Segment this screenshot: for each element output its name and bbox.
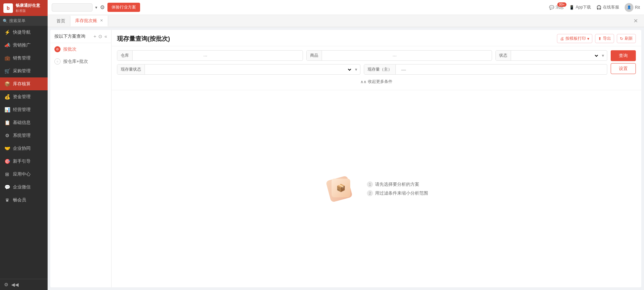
sidebar-item-label: 企业协同 xyxy=(13,145,31,151)
collapse-label: 收起更多条件 xyxy=(368,79,392,85)
refresh-icon: ↻ xyxy=(620,36,623,41)
tab-inventory-batch-label: 库存批次账 xyxy=(75,18,97,24)
collapse-panel-icon[interactable]: « xyxy=(104,34,107,39)
messages-action[interactable]: 💬 消息 99+ xyxy=(549,4,564,10)
topbar: ▾ ⚙ 体验行业方案 💬 消息 99+ 📱 App下载 🎧 在线客服 👤 Rit xyxy=(48,0,644,15)
topbar-search-input[interactable] xyxy=(52,3,92,12)
step2-circle: 2 xyxy=(367,190,373,196)
search-label: 搜索菜单 xyxy=(9,18,26,24)
user-name: Rit xyxy=(635,5,640,10)
sidebar-item-operations[interactable]: 📊 经营管理 xyxy=(0,103,48,116)
app-download-label: App下载 xyxy=(576,4,591,10)
template-print-button[interactable]: 🖨 按模板打印 ▾ xyxy=(557,34,592,43)
sidebar-nav: ⚡ 快捷导航 📣 营销推广 💼 销售管理 🛒 采购管理 📦 库存核算 💰 资金管… xyxy=(0,26,48,279)
product-label: 商品 xyxy=(307,51,322,60)
sidebar-item-quick-nav[interactable]: ⚡ 快捷导航 xyxy=(0,26,48,39)
sidebar-item-label: 采购管理 xyxy=(13,68,31,74)
tab-home[interactable]: 首页 xyxy=(52,16,70,26)
collapse-bottom-icon[interactable]: ◀◀ xyxy=(11,282,19,287)
scheme-item-batch[interactable]: ⊙ 按批次 xyxy=(50,43,111,55)
left-panel: 按以下方案查询 + ⊙ « ⊙ 按批次 ○ 按仓库+批次 xyxy=(50,30,112,287)
sidebar-search[interactable]: 🔍 搜索菜单 xyxy=(0,16,48,26)
scheme-item-warehouse-batch[interactable]: ○ 按仓库+批次 xyxy=(50,55,111,68)
page-header: 现存量查询(按批次) 🖨 按模板打印 ▾ ⬆ 导出 ↻ 刷新 xyxy=(112,30,641,46)
status-select[interactable] xyxy=(511,51,599,60)
product-input[interactable] xyxy=(322,51,390,60)
sidebar-item-label: 畅会员 xyxy=(13,197,26,203)
user-profile[interactable]: 👤 Rit xyxy=(625,3,640,12)
export-icon: ⬆ xyxy=(598,36,601,41)
add-scheme-button[interactable]: + xyxy=(94,34,96,39)
sidebar-item-label: 经营管理 xyxy=(13,107,31,113)
warehouse-input[interactable] xyxy=(133,51,201,60)
sidebar-item-label: 基础信息 xyxy=(13,120,31,126)
sidebar-item-wechat[interactable]: 💬 企业微信 xyxy=(0,181,48,194)
inventory-status-dropdown-arrow: ▾ xyxy=(352,65,360,74)
step1-circle: 1 xyxy=(367,181,373,187)
app-logo: b xyxy=(3,3,13,13)
sidebar-item-apps[interactable]: ⊞ 应用中心 xyxy=(0,168,48,181)
collapse-more-conditions-button[interactable]: ∧∧ 收起更多条件 xyxy=(360,77,392,86)
status-filter: 状态 ▾ xyxy=(495,50,607,61)
tab-panel-close-icon[interactable]: ✕ xyxy=(631,18,640,24)
headset-icon: 🎧 xyxy=(596,5,601,10)
status-dropdown-arrow: ▾ xyxy=(599,51,607,60)
inventory-status-filter: 现存量状态 ▾ xyxy=(117,64,360,75)
scheme-settings-icon[interactable]: ⊙ xyxy=(98,34,102,39)
apps-icon: ⊞ xyxy=(4,171,10,177)
empty-step1-label: 请先选择要分析的方案 xyxy=(375,181,419,187)
inventory-qty-filter: 现存量（主） — xyxy=(364,64,607,75)
sidebar-item-finance[interactable]: 💰 资金管理 xyxy=(0,90,48,103)
sidebar-item-basic-info[interactable]: 📋 基础信息 xyxy=(0,116,48,129)
user-avatar: 👤 xyxy=(625,3,633,12)
app-name: 畅康通好生意 xyxy=(16,3,40,8)
sidebar-item-collaboration[interactable]: 🤝 企业协同 xyxy=(0,142,48,155)
scheme-inactive-icon: ○ xyxy=(54,58,61,65)
sidebar-item-membership[interactable]: ♛ 畅会员 xyxy=(0,194,48,206)
product-filter: 商品 ··· xyxy=(306,50,492,61)
warehouse-dots-icon[interactable]: ··· xyxy=(201,51,210,60)
wechat-icon: 💬 xyxy=(4,184,10,190)
query-button[interactable]: 查询 xyxy=(611,50,636,61)
empty-step2-label: 用过滤条件来缩小分析范围 xyxy=(375,190,428,196)
left-panel-header: 按以下方案查询 + ⊙ « xyxy=(50,30,111,43)
topbar-settings-icon[interactable]: ⚙ xyxy=(100,4,105,11)
inventory-status-select[interactable] xyxy=(145,65,352,74)
scheme-active-icon: ⊙ xyxy=(54,46,61,52)
sidebar-item-label: 销售管理 xyxy=(13,55,31,61)
sidebar-item-marketing[interactable]: 📣 营销推广 xyxy=(0,39,48,52)
sidebar-item-label: 营销推广 xyxy=(13,42,31,48)
app-download-action[interactable]: 📱 App下载 xyxy=(569,4,591,10)
online-service-label: 在线客服 xyxy=(603,4,619,10)
sidebar-item-label: 系统管理 xyxy=(13,132,31,139)
sidebar-item-sales[interactable]: 💼 销售管理 xyxy=(0,52,48,65)
empty-box-front: 📦 xyxy=(332,179,350,197)
purchase-icon: 🛒 xyxy=(4,68,10,74)
settings-bottom-icon[interactable]: ⚙ xyxy=(4,282,9,287)
topbar-dropdown-button[interactable]: ▾ xyxy=(95,5,97,10)
sidebar-item-system[interactable]: ⚙ 系统管理 xyxy=(0,129,48,142)
print-dropdown-arrow[interactable]: ▾ xyxy=(587,36,589,41)
qty-dash: — xyxy=(396,65,411,74)
status-label: 状态 xyxy=(496,51,511,60)
quick-nav-icon: ⚡ xyxy=(4,29,10,35)
settings-button[interactable]: 设置 xyxy=(611,63,636,74)
refresh-button[interactable]: ↻ 刷新 xyxy=(617,34,636,43)
experience-button[interactable]: 体验行业方案 xyxy=(107,3,140,12)
online-service-action[interactable]: 🎧 在线客服 xyxy=(596,4,619,10)
sidebar-item-label: 快捷导航 xyxy=(13,29,31,35)
sidebar-item-guide[interactable]: 🎯 新手引导 xyxy=(0,155,48,168)
sidebar-item-inventory[interactable]: 📦 库存核算 xyxy=(0,77,48,90)
left-panel-title: 按以下方案查询 xyxy=(54,33,85,39)
tab-inventory-batch[interactable]: 库存批次账 ✕ xyxy=(70,16,108,26)
tab-close-icon[interactable]: ✕ xyxy=(100,18,103,23)
page-title: 现存量查询(按批次) xyxy=(117,35,170,43)
messages-badge: 99+ xyxy=(557,2,566,7)
sidebar-item-purchase[interactable]: 🛒 采购管理 xyxy=(0,65,48,77)
export-button[interactable]: ⬆ 导出 xyxy=(595,34,614,43)
empty-step2: 2 用过滤条件来缩小分析范围 xyxy=(367,190,428,196)
sidebar-item-label: 新手引导 xyxy=(13,158,31,164)
product-dots-icon[interactable]: ··· xyxy=(390,51,400,60)
inventory-qty-label: 现存量（主） xyxy=(364,65,396,74)
print-icon: 🖨 xyxy=(560,36,564,41)
